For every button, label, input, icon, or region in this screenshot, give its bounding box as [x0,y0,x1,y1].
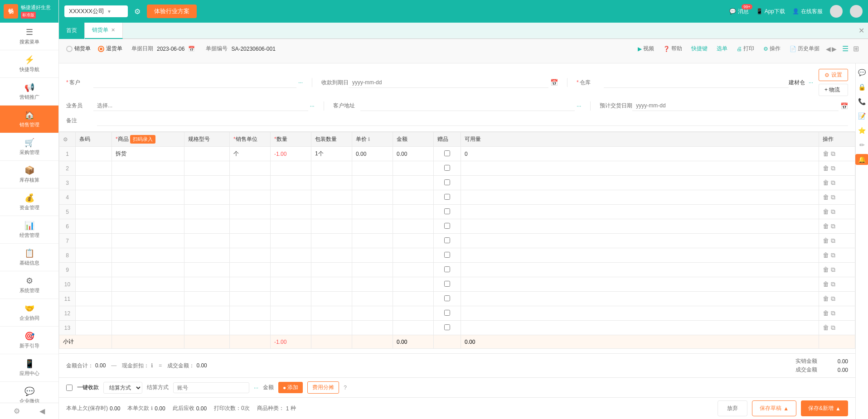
row-spec[interactable] [184,292,230,306]
row-unit-price[interactable] [352,219,393,234]
row-spec[interactable] [184,219,230,234]
row-qty[interactable]: -1.00 [271,147,311,161]
payment-help-icon[interactable]: ? [344,385,347,391]
help-btn[interactable]: ❓ 帮助 [660,43,685,54]
shortcut-btn[interactable]: 快捷键 [689,43,710,54]
row-qty[interactable] [271,277,311,292]
row-unit-price[interactable] [352,176,393,190]
row-gift[interactable] [434,205,461,219]
row-copy-icon[interactable]: ⧉ [831,266,835,274]
date-calendar-icon[interactable]: 📅 [188,46,195,52]
sidebar-item-quick-nav[interactable]: ⚡ 快捷导航 [0,50,58,78]
row-gift[interactable] [434,248,461,263]
row-delete-icon[interactable]: 🗑 [823,266,829,274]
row-unit-price[interactable] [352,292,393,306]
row-spec[interactable] [184,306,230,321]
warehouse-input[interactable] [604,77,789,88]
right-phone-icon[interactable]: 📞 [856,96,868,107]
history-btn[interactable]: 📄 历史单据 [787,43,822,54]
customer-input[interactable] [93,77,296,88]
tab-close-icon[interactable]: ✕ [111,27,115,33]
sidebar-item-operations[interactable]: 📊 经营管理 [0,216,58,244]
row-delete-icon[interactable]: 🗑 [823,237,829,245]
row-gift[interactable] [434,277,461,292]
row-unit-price[interactable] [352,306,393,321]
row-copy-icon[interactable]: ⧉ [831,150,835,158]
scan-button[interactable]: 扫码录入 [130,135,155,144]
row-spec[interactable] [184,277,230,292]
company-selector[interactable]: XXXXXX公司 ▼ [64,5,128,17]
row-gift[interactable] [434,161,461,176]
due-date-calendar-icon[interactable]: 📅 [550,79,558,86]
customer-addr-dots-icon[interactable]: ··· [577,103,581,109]
sidebar-item-sales[interactable]: 🏠 销售管理 [0,106,58,133]
save-new-button[interactable]: 保存&新增 ▲ [801,400,848,416]
row-copy-icon[interactable]: ⧉ [831,208,835,216]
grid-view-icon[interactable]: ⊞ [851,43,861,54]
trial-button[interactable]: 体验行业方案 [147,5,197,18]
row-qty[interactable] [271,205,311,219]
row-spec[interactable] [184,321,230,335]
row-gift[interactable] [434,190,461,205]
row-spec[interactable] [184,161,230,176]
row-barcode[interactable] [76,205,112,219]
expected-date-calendar-icon[interactable]: 📅 [840,102,848,110]
row-spec[interactable] [184,263,230,277]
sidebar-item-marketing[interactable]: 📢 营销推广 [0,78,58,106]
row-spec[interactable] [184,176,230,190]
due-date-input[interactable] [349,77,548,88]
row-copy-icon[interactable]: ⧉ [831,193,835,201]
row-delete-icon[interactable]: 🗑 [823,324,829,332]
user-avatar[interactable] [830,5,843,18]
user-avatar2[interactable] [850,5,863,18]
row-spec[interactable] [184,147,230,161]
row-gift[interactable] [434,234,461,248]
warehouse-dots-icon[interactable]: ··· [809,79,813,86]
row-copy-icon[interactable]: ⧉ [831,222,835,230]
tab-home[interactable]: 首页 [59,23,85,39]
row-unit-price[interactable] [352,277,393,292]
row-qty[interactable] [271,219,311,234]
row-unit-price[interactable] [352,263,393,277]
tab-sales-order[interactable]: 销货单 ✕ [85,23,123,39]
operations-btn[interactable]: ⚙ 操作 [761,43,783,54]
prev-arrow-icon[interactable]: ◀ [826,45,831,53]
row-qty[interactable] [271,263,311,277]
sidebar-item-guide[interactable]: 🎯 新手引导 [0,327,58,354]
row-unit-price[interactable] [352,321,393,335]
account-dots-icon[interactable]: ··· [254,385,258,391]
row-qty[interactable] [271,292,311,306]
row-barcode[interactable] [76,190,112,205]
right-note-icon[interactable]: 📝 [856,111,868,121]
right-lock-icon[interactable]: 🔒 [856,82,868,92]
sidebar-item-purchase[interactable]: 🛒 采购管理 [0,133,58,161]
row-delete-icon[interactable]: 🗑 [823,179,829,187]
row-qty[interactable] [271,306,311,321]
row-qty[interactable] [271,321,311,335]
row-qty[interactable] [271,190,311,205]
overdue-info-icon[interactable]: ℹ [151,405,153,411]
row-delete-icon[interactable]: 🗑 [823,164,829,172]
logistics-button[interactable]: + 物流 [819,84,848,96]
row-qty[interactable] [271,161,311,176]
row-delete-icon[interactable]: 🗑 [823,295,829,303]
list-view-icon[interactable]: ☰ [840,43,850,54]
row-barcode[interactable] [76,292,112,306]
payment-method-select[interactable]: 结算方式 [103,382,142,394]
row-unit-price[interactable] [352,205,393,219]
sidebar-item-wechat[interactable]: 💬 企业微信 [0,382,58,403]
unit-price-info-icon[interactable]: ℹ [368,136,370,142]
row-barcode[interactable] [76,248,112,263]
row-delete-icon[interactable]: 🗑 [823,309,829,317]
row-gift[interactable] [434,176,461,190]
row-gift[interactable] [434,147,461,161]
row-unit-price[interactable] [352,161,393,176]
row-copy-icon[interactable]: ⧉ [831,179,835,187]
radio-sales-order[interactable]: 销货单 [66,45,91,53]
discard-button[interactable]: 放弃 [718,400,747,416]
row-delete-icon[interactable]: 🗑 [823,251,829,259]
sidebar-item-enterprise[interactable]: 🤝 企业协同 [0,299,58,327]
discount-info-icon[interactable]: ℹ [151,362,153,369]
row-spec[interactable] [184,234,230,248]
add-payment-button[interactable]: ● 添加 [278,382,303,393]
